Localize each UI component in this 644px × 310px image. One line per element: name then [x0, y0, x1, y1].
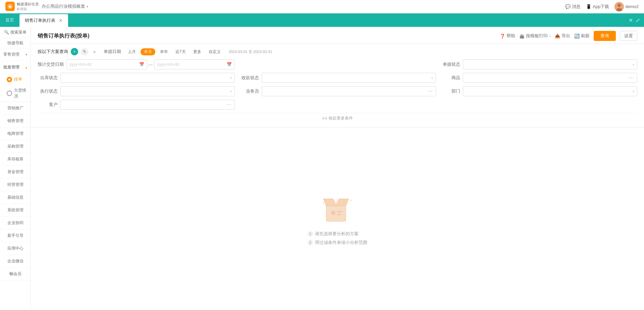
sidebar-quick-nav[interactable]: 快捷导航: [0, 38, 31, 48]
filter-top-row: 按以下方案查询 + ✎ « 单据日期 上月 本月 本年 近7天 更多 自定义 2…: [38, 48, 637, 55]
filter-item-salesman: 业务员 ···: [239, 86, 436, 96]
sidebar-item-retail[interactable]: 零售管理 ▾: [0, 48, 31, 61]
tab-close-all-btn[interactable]: ✕: [629, 17, 633, 23]
svg-rect-10: [337, 211, 343, 212]
filter-item-goods: 商品 ···: [440, 73, 637, 83]
sidebar-item-marketing[interactable]: 营销推广: [0, 102, 31, 115]
svg-rect-5: [326, 206, 346, 221]
setting-btn[interactable]: 设置: [620, 31, 637, 41]
svg-point-12: [323, 203, 324, 204]
sub-dot-presslist: [7, 77, 12, 82]
svg-rect-11: [337, 214, 341, 215]
sidebar-item-wechat[interactable]: 企业微信: [0, 255, 31, 268]
filter-row-4: 客户 ···: [38, 100, 637, 110]
breadcrumb-dropdown-icon[interactable]: ▾: [87, 5, 88, 8]
sidebar-quick-nav-label: 快捷导航: [7, 41, 23, 45]
filter-row-1: 预计交货日期 yyyy-mm-dd 📅 — yyyy-mm-dd 📅: [38, 59, 637, 69]
sidebar-item-enterprise[interactable]: 企业协同: [0, 217, 31, 229]
status-select[interactable]: ▾: [463, 59, 637, 69]
expected-date-start-input[interactable]: yyyy-mm-dd 📅: [66, 59, 147, 69]
customer-dots-icon: ···: [226, 102, 232, 108]
empty-hint-2: 2 用过滤条件来缩小分析范围: [308, 240, 367, 246]
sidebar-basic-label: 基础信息: [7, 195, 23, 200]
export-btn[interactable]: 📤 导出: [555, 33, 570, 39]
sidebar-sub-arrears[interactable]: 欠货情况: [0, 85, 31, 102]
date-tab-this-month[interactable]: 本月: [141, 48, 155, 55]
goods-input[interactable]: ···: [463, 73, 637, 83]
date-range-text: 2023-03-01 至 2023-03-31: [229, 49, 272, 54]
empty-hint-2-text: 用过滤条件来缩小分析范围: [315, 240, 367, 246]
filter-item-dept: 部门 ▾: [440, 86, 637, 96]
sidebar-retail-label: 零售管理: [3, 52, 25, 57]
sidebar-item-wholesale[interactable]: 批发管理 ▴: [0, 61, 31, 74]
sidebar-item-operations[interactable]: 经营管理: [0, 178, 31, 191]
help-btn[interactable]: ❓ 帮助: [500, 33, 515, 39]
sidebar-search-label: 搜索菜单: [10, 30, 26, 35]
dept-select[interactable]: ▾: [463, 86, 637, 96]
sidebar-item-newbie[interactable]: 新手引导: [0, 229, 31, 242]
logo-area: 畅 畅捷通好生意 标准版: [5, 2, 39, 11]
sidebar-item-inventory[interactable]: 库存核算: [0, 153, 31, 166]
sidebar-item-apps[interactable]: 应用中心: [0, 242, 31, 255]
svg-text:畅: 畅: [9, 5, 11, 8]
calendar-end-icon: 📅: [227, 62, 232, 67]
sidebar-item-system[interactable]: 系统管理: [0, 204, 31, 217]
filter-item-out-status: 出库状态 ▾: [38, 73, 235, 83]
search-icon: 🔍: [4, 30, 9, 35]
expected-date-end-input[interactable]: yyyy-mm-dd 📅: [154, 59, 235, 69]
sidebar-item-sales[interactable]: 销售管理: [0, 115, 31, 127]
sidebar-sales-label: 销售管理: [7, 118, 23, 124]
exec-status-select[interactable]: ▾: [60, 86, 235, 96]
sidebar-item-purchase[interactable]: 采购管理: [0, 140, 31, 153]
empty-box-svg: [321, 192, 354, 225]
date-tab-custom[interactable]: 自定义: [206, 48, 223, 55]
refresh-btn[interactable]: 🔄 刷新: [574, 33, 590, 39]
date-tab-last-month[interactable]: 上月: [125, 48, 139, 55]
sidebar-wechat-label: 企业微信: [7, 258, 23, 264]
tab-sales-exec[interactable]: 销售订单执行表 ✕: [19, 14, 68, 27]
salesman-input[interactable]: ···: [262, 86, 436, 96]
tab-home-label: 首页: [5, 17, 14, 23]
top-bar: 畅 畅捷通好生意 标准版 办公用品行业模拟账套 ▾ 💬 消息 📱 App下载 d…: [0, 0, 644, 13]
out-status-select[interactable]: ▾: [60, 73, 235, 83]
expected-date-end-placeholder: yyyy-mm-dd: [157, 62, 179, 67]
print-btn[interactable]: 🖨️ 按模板打印 ▾: [519, 33, 551, 39]
tab-bar-right: ✕ ⤢: [629, 17, 644, 23]
sidebar-newbie-label: 新手引导: [7, 233, 23, 239]
sidebar-finance-label: 资金管理: [7, 169, 23, 175]
expected-date-label: 预计交货日期: [38, 61, 64, 67]
customer-input[interactable]: ···: [60, 100, 235, 110]
export-label: 导出: [561, 33, 570, 39]
tab-close-btn[interactable]: ✕: [59, 18, 63, 23]
filter-add-btn[interactable]: +: [71, 48, 78, 55]
tab-expand-btn[interactable]: ⤢: [636, 17, 640, 23]
date-tab-this-year[interactable]: 本年: [157, 48, 171, 55]
sidebar-sub-presslist-label: 按单: [14, 76, 22, 82]
collect-status-select[interactable]: ▾: [262, 73, 436, 83]
sidebar-sub-presslist[interactable]: 按单: [0, 74, 31, 85]
svg-marker-7: [336, 199, 349, 206]
app-download-btn[interactable]: 📱 App下载: [586, 4, 609, 10]
sidebar-item-member[interactable]: 畅会员: [0, 268, 31, 280]
page-header: 销售订单执行表(按单) ❓ 帮助 🖨️ 按模板打印 ▾ 📤 导出 🔄 刷新: [31, 27, 644, 44]
collapse-bar[interactable]: ∧∧ 收起更多条件: [38, 113, 637, 123]
user-area[interactable]: demo2: [614, 2, 639, 11]
sidebar-item-ecommerce[interactable]: 电商管理: [0, 127, 31, 140]
sidebar-marketing-label: 营销推广: [7, 105, 23, 111]
dept-arrow-icon: ▾: [633, 90, 634, 93]
message-icon: 💬: [565, 4, 571, 9]
filter-edit-btn[interactable]: ✎: [81, 48, 88, 55]
tab-home[interactable]: 首页: [0, 13, 19, 27]
query-btn[interactable]: 查询: [594, 31, 616, 41]
date-tab-more[interactable]: 更多: [191, 48, 204, 55]
date-tab-last-7-days[interactable]: 近7天: [173, 48, 189, 55]
tab-bar: 首页 销售订单执行表 ✕ ✕ ⤢: [0, 13, 644, 27]
filter-item-customer: 客户 ···: [38, 100, 235, 110]
sidebar-search[interactable]: 🔍 搜索菜单: [0, 27, 31, 38]
top-bar-left: 畅 畅捷通好生意 标准版 办公用品行业模拟账套 ▾: [5, 2, 88, 11]
filter-collapse-scheme-btn[interactable]: «: [91, 48, 98, 55]
sidebar-item-basic[interactable]: 基础信息: [0, 191, 31, 204]
sidebar-item-finance[interactable]: 资金管理: [0, 166, 31, 178]
message-btn[interactable]: 💬 消息: [565, 4, 581, 10]
sidebar: 🔍 搜索菜单 快捷导航 零售管理 ▾ 批发管理 ▴ 按单 欠货情况: [0, 27, 31, 310]
